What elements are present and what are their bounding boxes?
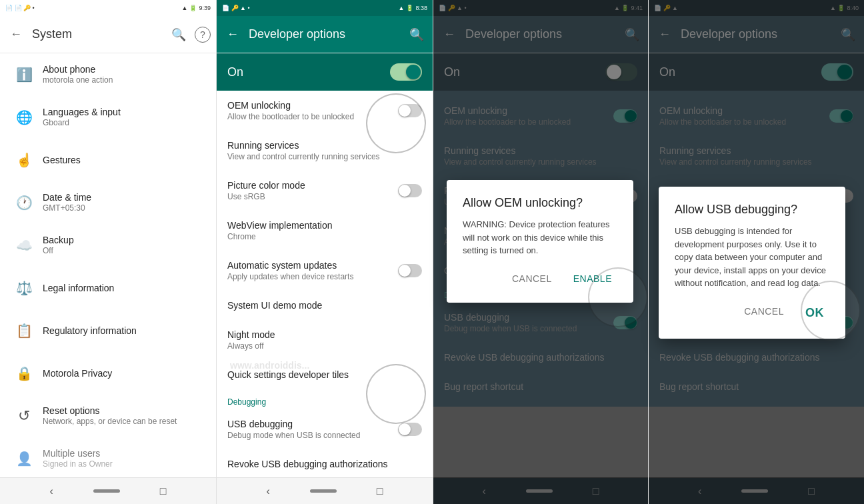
oem-dialog-body: WARNING: Device protection features will… (463, 218, 617, 257)
autoupdate-toggle[interactable] (398, 264, 422, 277)
status-icons-left: 📄 📄 🔑 • (5, 5, 35, 11)
usb-toggle[interactable] (398, 423, 422, 436)
system-top-bar: ← System 🔍 ? (0, 16, 216, 53)
oem-unlocking-row[interactable]: OEM unlocking Allow the bootloader to be… (217, 91, 433, 131)
system-settings-panel: 📄 📄 🔑 • ▲ 🔋 9:39 ← System 🔍 ? ℹ️ About p… (0, 0, 217, 504)
notif-icons-2: 📄 🔑 ▲ • (222, 5, 250, 11)
webview-title: WebView implementation (227, 220, 422, 231)
status-icons-right-2: ▲ 🔋 8:38 (399, 5, 427, 11)
webview-row[interactable]: WebView implementation Chrome (217, 211, 433, 251)
status-icons-left-2: 📄 🔑 ▲ • (222, 5, 250, 11)
wifi-icon: ▲ (182, 5, 188, 11)
reset-title: Reset options (43, 405, 205, 417)
sidebar-item-about[interactable]: ℹ️ About phone motorola one action (0, 53, 216, 96)
sidebar-item-reset[interactable]: ↺ Reset options Network, apps, or device… (0, 395, 216, 437)
nightmode-row[interactable]: Night mode Always off (217, 320, 433, 360)
sidebar-item-gestures[interactable]: ☝️ Gestures (0, 139, 216, 181)
developer-toggle[interactable] (390, 63, 422, 81)
dev-on-label: On (227, 65, 243, 79)
home-nav-btn[interactable] (93, 489, 120, 493)
datetime-subtitle: GMT+05:30 (43, 203, 205, 214)
back-nav-btn[interactable]: ‹ (50, 485, 53, 497)
help-button[interactable]: ? (195, 27, 211, 43)
usb-subtitle: Debug mode when USB is connected (227, 431, 360, 440)
debugging-label: Debugging (217, 389, 433, 409)
developer-on-row[interactable]: On (217, 53, 433, 91)
running-subtitle: View and control currently running servi… (227, 152, 422, 161)
oem-cancel-btn[interactable]: Cancel (507, 271, 557, 287)
quicksettings-row[interactable]: Quick settings developer tiles (217, 360, 433, 389)
usb-debug-row[interactable]: USB debugging Debug mode when USB is con… (217, 409, 433, 449)
system-title: System (32, 27, 163, 41)
nightmode-subtitle: Always off (227, 341, 422, 351)
backup-title: Backup (43, 234, 205, 246)
running-services-row[interactable]: Running services View and control curren… (217, 131, 433, 171)
picture-toggle[interactable] (398, 184, 422, 197)
back-nav-2[interactable]: ‹ (267, 485, 270, 497)
battery-icon-2: 🔋 (406, 5, 413, 11)
battery-icon: 🔋 (189, 5, 197, 11)
reset-icon: ↺ (11, 403, 37, 429)
usb-dialog-actions: Cancel OK (675, 303, 829, 323)
revoke-title: Revoke USB debugging authorizations (227, 459, 422, 469)
recent-nav-btn[interactable]: □ (160, 485, 167, 497)
legal-title: Legal information (43, 282, 205, 294)
sidebar-item-multiusers[interactable]: 👤 Multiple users Signed in as Owner (0, 437, 216, 477)
demo-row[interactable]: System UI demo mode (217, 291, 433, 320)
sidebar-item-languages[interactable]: 🌐 Languages & input Gboard (0, 96, 216, 139)
usb-dialog-body: USB debugging is intended for developmen… (675, 225, 829, 290)
sidebar-item-motorola[interactable]: 🔒 Motorola Privacy (0, 352, 216, 395)
multiusers-subtitle: Signed in as Owner (43, 459, 205, 470)
system-list: ℹ️ About phone motorola one action 🌐 Lan… (0, 53, 216, 477)
sidebar-item-legal[interactable]: ⚖️ Legal information (0, 267, 216, 309)
usb-ok-btn[interactable]: OK (800, 303, 829, 323)
oem-subtitle: Allow the bootloader to be unlocked (227, 112, 354, 121)
multiusers-icon: 👤 (11, 445, 37, 472)
time-display-2: 8:38 (415, 5, 427, 11)
reset-subtitle: Network, apps, or device can be reset (43, 417, 205, 427)
demo-title: System UI demo mode (227, 300, 422, 311)
dev-back-button[interactable]: ← (222, 24, 243, 45)
developer-usb-dialog-panel: 📄 🔑 ▲ ▲ 🔋 8:40 ← Developer options 🔍 On … (649, 0, 864, 504)
picture-color-row[interactable]: Picture color mode Use sRGB (217, 171, 433, 211)
dev-search-button[interactable]: 🔍 (406, 24, 427, 45)
bottom-nav-1: ‹ □ (0, 477, 216, 504)
home-nav-2[interactable] (310, 489, 337, 493)
regulatory-title: Regulatory information (43, 325, 205, 337)
gestures-icon: ☝️ (11, 147, 37, 173)
oem-toggle[interactable] (398, 104, 422, 117)
sidebar-item-datetime[interactable]: 🕐 Date & time GMT+05:30 (0, 181, 216, 224)
notification-icons: 📄 📄 🔑 • (5, 5, 35, 11)
status-bar-1: 📄 📄 🔑 • ▲ 🔋 9:39 (0, 0, 216, 16)
developer-oem-dialog-panel: 📄 🔑 ▲ • ▲ 🔋 9:41 ← Developer options 🔍 O… (433, 0, 649, 504)
quicksettings-title: Quick settings developer tiles (227, 369, 422, 380)
time-display: 9:39 (199, 5, 211, 11)
recent-nav-2[interactable]: □ (377, 485, 383, 497)
about-subtitle: motorola one action (43, 75, 205, 86)
back-button[interactable]: ← (5, 24, 27, 45)
dev-top-bar: ← Developer options 🔍 (217, 16, 433, 53)
oem-unlock-dialog: Allow OEM unlocking? WARNING: Device pro… (447, 180, 633, 303)
autoupdate-row[interactable]: Automatic system updates Apply updates w… (217, 251, 433, 291)
languages-title: Languages & input (43, 106, 205, 118)
backup-subtitle: Off (43, 246, 205, 257)
gestures-title: Gestures (43, 154, 205, 166)
usb-dialog-title: Allow USB debugging? (675, 203, 829, 217)
legal-icon: ⚖️ (11, 275, 37, 301)
dev-settings-list: OEM unlocking Allow the bootloader to be… (217, 91, 433, 477)
usb-cancel-btn[interactable]: Cancel (739, 303, 789, 323)
revoke-row[interactable]: Revoke USB debugging authorizations (217, 449, 433, 477)
languages-icon: 🌐 (11, 104, 37, 131)
sidebar-item-regulatory[interactable]: 📋 Regulatory information (0, 309, 216, 352)
oem-enable-btn[interactable]: Enable (568, 271, 617, 287)
datetime-title: Date & time (43, 191, 205, 203)
bottom-nav-2: ‹ □ (217, 477, 433, 504)
usb-title: USB debugging (227, 419, 360, 429)
sidebar-item-backup[interactable]: ☁️ Backup Off (0, 224, 216, 267)
search-button[interactable]: 🔍 (168, 24, 189, 45)
picture-title: Picture color mode (227, 180, 305, 191)
about-icon: ℹ️ (11, 61, 37, 88)
dev-title: Developer options (249, 27, 401, 41)
motorola-icon: 🔒 (11, 360, 37, 387)
usb-debug-dialog: Allow USB debugging? USB debugging is in… (659, 187, 845, 339)
